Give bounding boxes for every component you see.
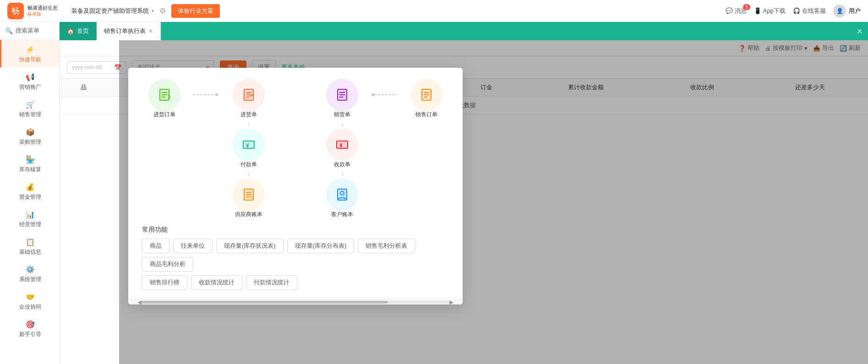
sidebar-icon-sales: 🛒 [26,100,35,109]
message-badge: 5 [743,4,750,10]
sidebar-item-system[interactable]: ⚙️ 系统管理 [0,260,59,287]
customer-ledger-icon [326,179,358,211]
date-input[interactable]: yyyy-mm-dd 📅 [67,61,126,74]
sidebar-item-newbie[interactable]: 🎯 新手引导 [0,315,59,342]
common-buttons-row2: 销售排行榜收款情况统计付款情况统计 [142,275,449,290]
sidebar-item-operation[interactable]: 📊 经营管理 [0,205,59,232]
sidebar-icon-finance: 💰 [26,183,35,191]
sidebar-item-finance[interactable]: 💰 资金管理 [0,177,59,205]
sidebar-icon-purchase: 📦 [26,128,35,136]
message-icon: 💬 [726,7,733,14]
app-download-button[interactable]: 📱 App下载 [754,7,786,15]
sidebar-icon-enterprise: 🤝 [26,293,35,301]
sidebar-item-inventory[interactable]: 🏪 库存核算 [0,150,59,177]
settings-icon[interactable]: ⚙ [159,6,166,15]
common-functions-section: 常用功能 商品往来单位现存量(库存状况表)现存量(库存分布表)销售毛利分析表商品… [142,226,449,290]
trial-button[interactable]: 体验行业方案 [171,4,220,18]
common-function-button[interactable]: 付款情况统计 [246,275,297,290]
svg-rect-35 [249,196,252,198]
common-function-button[interactable]: 收款情况统计 [191,275,242,290]
tab-bar: 🏠 首页 销售订单执行表 ✕ ✕ [60,22,868,40]
sidebar-icon-operation: 📊 [26,210,35,219]
common-buttons-row1: 商品往来单位现存量(库存状况表)现存量(库存分布表)销售毛利分析表商品毛利分析 [142,239,449,272]
sales-slip-icon [326,79,358,111]
logo-area: 畅 畅康通好生意 标准版 [7,3,62,19]
sidebar-item-basic[interactable]: 📋 基础信息 [0,232,59,260]
sidebar-icon-inventory: 🏪 [26,155,35,164]
search-menu-button[interactable]: 🔍 搜索菜单 [0,22,59,40]
logo-text: 畅康通好生意 标准版 [27,5,58,17]
scrollbar-thumb [142,301,388,304]
flow-diagram: 进货订单 [142,79,449,218]
avatar: 👤 [833,5,846,17]
flow-sales-order: 销售订单 [410,79,442,119]
svg-marker-17 [371,93,374,97]
svg-text:¥: ¥ [339,142,343,149]
purchase-order-icon [148,79,180,111]
flow-payment-slip: ¥ 付款单 [233,129,265,168]
sidebar-item-purchase[interactable]: 📦 采购管理 [0,122,59,150]
sidebar: 🔍 搜索菜单 ⚡ 快捷导航 📢 营销推广 🛒 销售管理 📦 采购管理 🏪 库存核… [0,22,60,364]
top-bar: 畅 畅康通好生意 标准版 装备及固定资产辅助管理系统 ▾ ⚙ 体验行业方案 💬 … [0,0,868,22]
common-function-button[interactable]: 现存量(库存状况表) [216,239,284,253]
sidebar-label-operation: 经营管理 [19,221,41,228]
logo-icon: 畅 [7,3,24,19]
tab-close-icon[interactable]: ✕ [148,28,153,34]
flow-purchase-order: 进货订单 [148,79,180,119]
flow-supplier-ledger: 供应商账本 [233,179,265,218]
online-service-button[interactable]: 🎧 在线客服 [793,7,826,15]
dropdown-icon: ▾ [152,8,154,13]
flow-receipt-slip: ¥ 收款单 [326,129,358,168]
system-title[interactable]: 装备及固定资产辅助管理系统 ▾ [71,7,154,15]
common-functions-title: 常用功能 [142,226,449,234]
sidebar-item-sales[interactable]: 🛒 销售管理 [0,95,59,122]
sidebar-label-enterprise: 企业协同 [19,303,41,311]
modal-dialog: 进货订单 [128,68,463,304]
receipt-slip-icon: ¥ [326,129,358,161]
flow-sales-slip: 销货单 [326,79,358,119]
sidebar-label-basic: 基础信息 [19,248,41,256]
modal-scrollbar: ◀ ▶ [128,299,463,304]
payment-slip-icon: ¥ [233,129,265,161]
user-info[interactable]: 👤 用户 [833,5,861,17]
tab-home[interactable]: 🏠 首页 [60,22,97,40]
sidebar-label-newbie: 新手引导 [19,331,41,338]
table-header: 品 [60,79,108,97]
content-below-tabs: ❓ 帮助 🖨 按模板打印 ▾ 📤 导出 🔄 刷新 [60,40,868,364]
headset-icon: 🎧 [793,7,800,14]
sidebar-label-system: 系统管理 [19,276,41,283]
sidebar-icon-basic: 📋 [26,238,35,246]
phone-icon: 📱 [754,7,761,14]
common-function-button[interactable]: 销售排行榜 [142,275,187,290]
common-function-button[interactable]: 商品毛利分析 [142,257,193,272]
modal-content: 进货订单 [128,68,463,299]
tab-bar-right: ✕ [857,27,868,36]
sidebar-label-marketing: 营销推广 [19,83,41,91]
close-all-icon[interactable]: ✕ [857,27,863,35]
sidebar-label-quick-nav: 快捷导航 [19,56,41,64]
search-icon: 🔍 [5,27,13,34]
common-function-button[interactable]: 商品 [142,239,169,253]
scrollbar-track[interactable] [142,301,449,304]
sidebar-item-quick-nav[interactable]: ⚡ 快捷导航 [0,40,59,67]
sidebar-icon-system: ⚙️ [26,265,35,274]
scroll-left-icon[interactable]: ◀ [137,299,142,305]
tab-sales-order[interactable]: 销售订单执行表 ✕ [97,22,161,40]
svg-marker-6 [216,93,219,97]
message-button[interactable]: 💬 消息 5 [726,7,747,15]
sidebar-item-marketing[interactable]: 📢 营销推广 [0,67,59,95]
common-function-button[interactable]: 销售毛利分析表 [358,239,415,253]
content-area: 🏠 首页 销售订单执行表 ✕ ✕ ❓ 帮助 [60,22,868,364]
common-function-button[interactable]: 往来单位 [173,239,213,253]
common-function-button[interactable]: 现存量(库存分布表) [287,239,355,253]
sidebar-item-enterprise[interactable]: 🤝 企业协同 [0,287,59,315]
scroll-right-icon[interactable]: ▶ [449,299,453,305]
flow-purchase-slip: 进货单 [233,79,265,119]
purchase-slip-icon [233,79,265,111]
main-area: 🔍 搜索菜单 ⚡ 快捷导航 📢 营销推广 🛒 销售管理 📦 采购管理 🏪 库存核… [0,22,868,364]
sales-order-icon [410,79,442,111]
sidebar-icon-quick-nav: ⚡ [26,45,35,54]
sidebar-icon-marketing: 📢 [26,73,35,81]
sidebar-label-sales: 销售管理 [19,111,41,119]
svg-text:¥: ¥ [246,142,249,149]
